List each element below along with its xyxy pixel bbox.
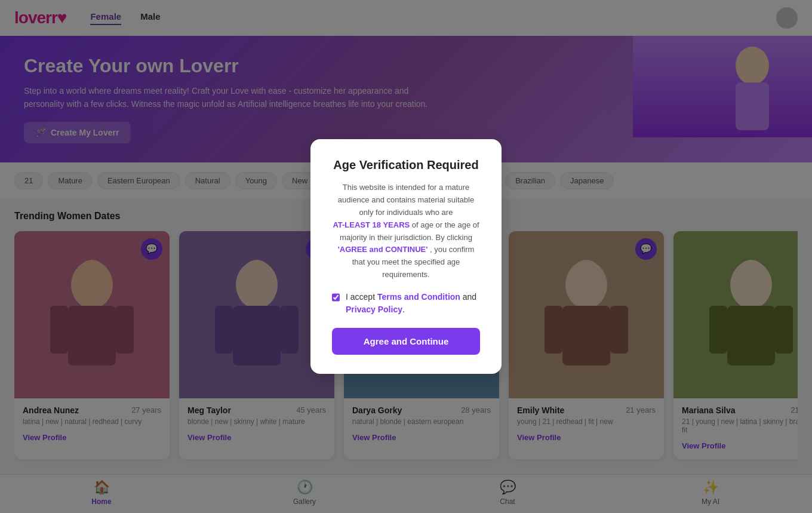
terms-link[interactable]: Terms and Condition <box>377 292 460 302</box>
modal-checkbox-row: I accept Terms and Condition and Privacy… <box>332 291 480 316</box>
modal-period: . <box>402 305 405 314</box>
accept-checkbox[interactable] <box>332 292 340 303</box>
age-verification-modal: Age Verification Required This website i… <box>310 139 502 373</box>
modal-and-text: and <box>460 292 476 302</box>
modal-link-text: 'AGREE and CONTINUE' <box>338 245 428 254</box>
modal-checkbox-label: I accept Terms and Condition and Privacy… <box>346 291 480 316</box>
modal-description: This website is intended for a mature au… <box>332 182 480 281</box>
modal-desc-1: This website is intended for a mature au… <box>338 183 474 217</box>
modal-overlay: Age Verification Required This website i… <box>0 0 812 513</box>
modal-highlight: AT-LEAST 18 YEARS <box>333 220 410 229</box>
agree-continue-button[interactable]: Agree and Continue <box>332 328 480 355</box>
modal-checkbox-prefix: I accept <box>346 292 377 302</box>
privacy-link[interactable]: Privacy Policy <box>346 305 402 314</box>
modal-title: Age Verification Required <box>332 158 480 172</box>
